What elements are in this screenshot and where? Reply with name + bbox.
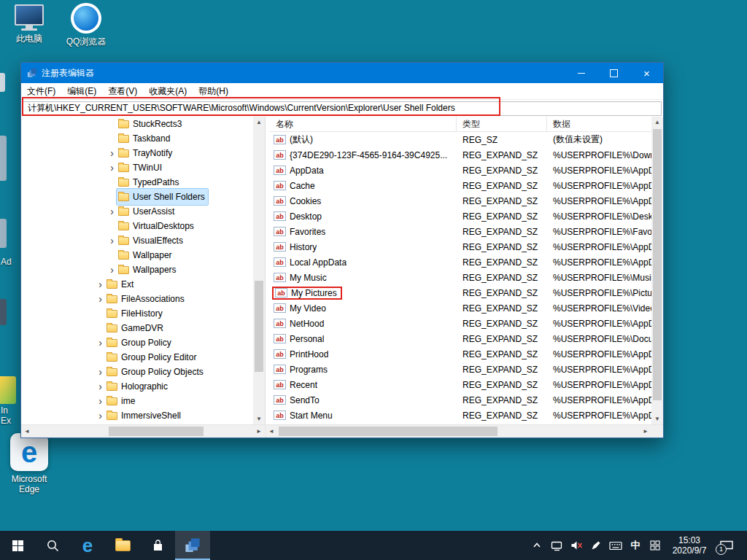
registry-value-row[interactable]: abDesktopREG_EXPAND_SZ%USERPROFILE%\Desk…	[270, 209, 651, 224]
tree-item-content[interactable]: StuckRects3	[117, 117, 185, 132]
expand-chevron-icon[interactable]: ›	[107, 206, 117, 217]
expand-chevron-icon[interactable]: ›	[107, 163, 117, 173]
scroll-left-arrow-icon[interactable]: ◄	[21, 425, 33, 438]
minimize-button[interactable]	[565, 63, 597, 83]
tree-item-group-policy-editor[interactable]: Group Policy Editor	[21, 350, 253, 365]
menu-favorites[interactable]: 收藏夹(A)	[149, 85, 187, 98]
menu-view[interactable]: 查看(V)	[108, 85, 137, 98]
ime-language-indicator[interactable]: 中	[628, 539, 643, 552]
expand-chevron-icon[interactable]: ›	[107, 236, 117, 246]
column-header-type[interactable]: 类型	[457, 117, 547, 131]
tree-item-traynotify[interactable]: ›TrayNotify	[21, 146, 253, 160]
scroll-down-arrow-icon[interactable]: ▼	[253, 413, 265, 425]
desktop-icon-this-pc[interactable]: 此电脑	[6, 4, 53, 44]
registry-value-row[interactable]: abStart MenuREG_EXPAND_SZ%USERPROFILE%\A…	[270, 408, 651, 423]
tree-horizontal-scrollbar[interactable]: ◄ ►	[21, 425, 266, 438]
tree-item-fileassociations[interactable]: ›FileAssociations	[21, 292, 253, 306]
expand-chevron-icon[interactable]: ›	[96, 294, 105, 304]
tree-item-user-shell-folders[interactable]: User Shell Folders	[21, 190, 253, 204]
expand-chevron-icon[interactable]: ›	[107, 265, 117, 275]
tree-item-userassist[interactable]: ›UserAssist	[21, 204, 253, 219]
tree-item-content[interactable]: TrayNotify	[117, 145, 175, 161]
tree-item-immersiveshell[interactable]: ›ImmersiveShell	[21, 408, 253, 423]
tree-item-filehistory[interactable]: FileHistory	[21, 306, 253, 321]
tree-item-content[interactable]: FileAssociations	[105, 291, 187, 307]
desktop-icon-qq-browser[interactable]: QQ浏览器	[63, 3, 109, 47]
tree-item-content[interactable]: User Shell Folders	[117, 189, 208, 205]
scroll-up-arrow-icon[interactable]: ▲	[253, 117, 265, 128]
scroll-left-arrow-icon[interactable]: ◄	[266, 425, 277, 438]
tree-item-holographic[interactable]: ›Holographic	[21, 379, 253, 394]
registry-value-row[interactable]: abProgramsREG_EXPAND_SZ%USERPROFILE%\App…	[270, 362, 651, 377]
registry-value-row[interactable]: abMy MusicREG_EXPAND_SZ%USERPROFILE%\Mus…	[270, 270, 651, 285]
tree-item-content[interactable]: Group Policy Objects	[105, 364, 206, 380]
address-input[interactable]	[23, 101, 662, 116]
expand-chevron-icon[interactable]: ›	[96, 396, 105, 406]
tree-item-ime[interactable]: ›ime	[21, 394, 253, 408]
tree-item-content[interactable]: Wallpaper	[117, 247, 175, 263]
registry-value-row[interactable]: abCacheREG_EXPAND_SZ%USERPROFILE%\AppDa	[270, 178, 651, 193]
partial-desktop-icon[interactable]	[0, 73, 5, 92]
expand-chevron-icon[interactable]: ›	[107, 148, 117, 158]
partial-desktop-icon[interactable]	[0, 219, 7, 248]
scroll-down-arrow-icon[interactable]: ▼	[651, 413, 663, 425]
scrollbar-thumb[interactable]	[255, 281, 263, 372]
column-header-data[interactable]: 数据	[547, 117, 651, 131]
tree-item-content[interactable]: Ext	[105, 276, 136, 292]
tree-item-stuckrects3[interactable]: StuckRects3	[21, 117, 253, 131]
registry-value-row[interactable]: abFavoritesREG_EXPAND_SZ%USERPROFILE%\Fa…	[270, 224, 651, 239]
windows-ink-pen-icon[interactable]	[589, 535, 603, 556]
registry-value-row[interactable]: abMy VideoREG_EXPAND_SZ%USERPROFILE%\Vid…	[270, 300, 651, 316]
tree-item-content[interactable]: Group Policy Editor	[105, 349, 199, 365]
touch-keyboard-icon[interactable]	[608, 535, 623, 556]
scrollbar-thumb[interactable]	[109, 427, 204, 436]
tree-item-content[interactable]: ImmersiveShell	[105, 408, 184, 424]
scroll-up-arrow-icon[interactable]: ▲	[651, 117, 663, 128]
tree-item-content[interactable]: TWinUI	[117, 160, 165, 176]
close-button[interactable]: ×	[630, 63, 663, 83]
scrollbar-thumb[interactable]	[279, 427, 498, 436]
tree-item-content[interactable]: Taskband	[117, 131, 173, 147]
start-button[interactable]	[0, 531, 35, 560]
tree-item-visualeffects[interactable]: ›VisualEffects	[21, 233, 253, 248]
tree-item-typedpaths[interactable]: TypedPaths	[21, 175, 253, 190]
registry-value-row[interactable]: abPrintHoodREG_EXPAND_SZ%USERPROFILE%\Ap…	[270, 346, 651, 362]
tree-item-content[interactable]: TypedPaths	[117, 174, 182, 190]
registry-value-row[interactable]: ab(默认)REG_SZ(数值未设置)	[270, 132, 651, 147]
tree-item-content[interactable]: Holographic	[105, 378, 171, 394]
partial-desktop-icon[interactable]	[0, 136, 7, 181]
tray-overflow-chevron-icon[interactable]	[530, 535, 544, 556]
registry-value-row[interactable]: abHistoryREG_EXPAND_SZ%USERPROFILE%\AppD…	[270, 239, 651, 254]
tree-item-content[interactable]: FileHistory	[105, 306, 166, 322]
expand-chevron-icon[interactable]: ›	[96, 411, 105, 421]
tree-item-content[interactable]: Wallpapers	[117, 262, 179, 278]
registry-value-row[interactable]: abRecentREG_EXPAND_SZ%USERPROFILE%\AppDa	[270, 377, 651, 392]
registry-value-row[interactable]: abLocal AppDataREG_EXPAND_SZ%USERPROFILE…	[270, 254, 651, 270]
registry-value-row[interactable]: abPersonalREG_EXPAND_SZ%USERPROFILE%\Doc…	[270, 331, 651, 346]
taskbar-edge-button[interactable]: e	[70, 531, 105, 560]
tree-item-content[interactable]: ime	[105, 393, 138, 409]
scroll-right-arrow-icon[interactable]: ►	[253, 425, 265, 438]
tree-item-content[interactable]: GameDVR	[105, 320, 166, 336]
list-horizontal-scrollbar[interactable]: ◄ ►	[266, 425, 651, 438]
tree-item-twinui[interactable]: ›TWinUI	[21, 160, 253, 175]
menu-edit[interactable]: 编辑(E)	[67, 85, 96, 98]
tree-item-virtualdesktops[interactable]: VirtualDesktops	[21, 219, 253, 233]
scroll-right-arrow-icon[interactable]: ►	[640, 425, 651, 438]
titlebar[interactable]: 注册表编辑器 ×	[21, 63, 663, 83]
partial-desktop-icon[interactable]	[0, 299, 7, 325]
tree-item-wallpapers[interactable]: ›Wallpapers	[21, 262, 253, 277]
registry-value-row[interactable]: abAppDataREG_EXPAND_SZ%USERPROFILE%\AppD…	[270, 163, 651, 178]
menu-file[interactable]: 文件(F)	[27, 85, 55, 98]
desktop-icon-microsoft-edge[interactable]: e Microsoft Edge	[6, 433, 53, 494]
taskbar-file-explorer-button[interactable]	[105, 531, 140, 560]
tree-item-gamedvr[interactable]: GameDVR	[21, 321, 253, 335]
tree-item-wallpaper[interactable]: Wallpaper	[21, 248, 253, 262]
tree-item-group-policy-objects[interactable]: ›Group Policy Objects	[21, 365, 253, 379]
partial-desktop-icon[interactable]	[0, 376, 16, 404]
registry-value-row[interactable]: ab{374DE290-123F-4565-9164-39C4925...REG…	[270, 147, 651, 163]
network-icon[interactable]	[549, 535, 564, 556]
tree-item-content[interactable]: VisualEffects	[117, 233, 186, 249]
tree-item-ext[interactable]: ›Ext	[21, 277, 253, 292]
registry-value-row[interactable]: abSendToREG_EXPAND_SZ%USERPROFILE%\AppDa	[270, 392, 651, 408]
